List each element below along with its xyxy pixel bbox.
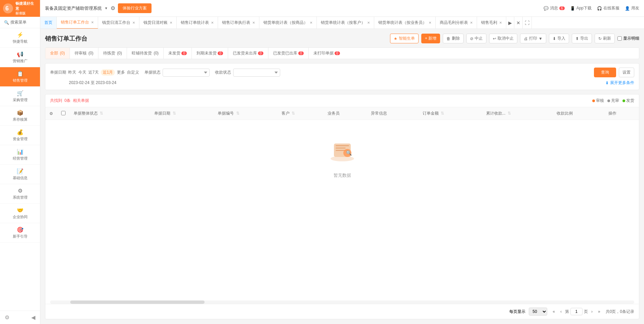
tab-home[interactable]: 首页: [40, 17, 57, 29]
th-operation: 操作: [604, 107, 639, 120]
sidebar-item-marketing[interactable]: 📢 营销推广: [0, 48, 40, 67]
sidebar-item-collab[interactable]: 🤝 企业协同: [0, 204, 40, 223]
tab-nav-more[interactable]: ▶: [506, 17, 514, 29]
tab-close-sales-margin[interactable]: ✕: [499, 21, 502, 25]
smart-create-btn[interactable]: ★ 智能生单: [390, 34, 419, 43]
online-service-btn[interactable]: 🎧 在线客服: [597, 5, 619, 11]
tab-fullscreen[interactable]: ⛶: [523, 17, 532, 29]
sub-tab-pending-audit[interactable]: 待审核 (0): [70, 48, 98, 59]
show-detail-toggle[interactable]: 显示明细: [617, 36, 639, 41]
tab-sales-by-customer[interactable]: 销货单统计表（按客户） ✕: [317, 17, 374, 29]
sub-tab-unshipped[interactable]: 未发货 0: [164, 48, 192, 59]
sort-amount-icon[interactable]: ⇅: [441, 111, 444, 116]
next-page-btn[interactable]: ›: [589, 309, 595, 315]
expand-filter-btn[interactable]: ⬇ 展开更多条件: [605, 80, 634, 86]
cancel-audit-btn[interactable]: 充审: [607, 98, 619, 104]
tab-cash-reconcile[interactable]: 钱货日清对账 ✕: [139, 17, 177, 29]
audit-btn[interactable]: 审核: [592, 98, 604, 104]
sidebar-item-operations[interactable]: 📊 经营管理: [0, 145, 40, 165]
tab-close-cash-daily[interactable]: ✕: [132, 21, 135, 25]
prev-page-btn[interactable]: ‹: [558, 309, 564, 315]
filter-bar: 单据日期 昨天 今天 近7天 近1月 更多 自定义 单据状态: [45, 63, 639, 90]
tab-sales-margin[interactable]: 销售毛利 ✕: [477, 17, 506, 29]
stop-btn[interactable]: ⊘ 中止: [466, 34, 486, 43]
scroll-thumb[interactable]: [70, 300, 205, 304]
tab-sales-stats[interactable]: 销售订单统计表 ✕: [177, 17, 218, 29]
sort-number-icon[interactable]: ⇅: [236, 111, 240, 116]
tab-sales-order-workbench[interactable]: 销售订单工作台 ✕: [57, 17, 98, 29]
sidebar-item-basic-info[interactable]: 📝 基础信息: [0, 165, 40, 184]
sub-tab-shipped-not-out[interactable]: 已发货未出库 0: [228, 48, 268, 59]
last-page-btn[interactable]: »: [596, 309, 602, 315]
show-detail-checkbox[interactable]: [617, 36, 622, 41]
page-header: 销售订单工作台 ★ 智能生单 + 新增 🗑 删除 ⊘ 中止 ↩ 取消中止: [45, 34, 639, 43]
industry-btn[interactable]: 体验行业方案: [118, 3, 152, 13]
sub-tab-pending-pick[interactable]: 待拣货 (0): [98, 48, 127, 59]
sub-tab-shipped-out-badge: 0: [298, 51, 304, 55]
sidebar-item-sales[interactable]: 📋 销售管理: [0, 67, 40, 87]
tab-close-sales-exec[interactable]: ✕: [252, 21, 255, 25]
sub-tab-not-printed[interactable]: 未打印单据 0: [309, 48, 345, 59]
date-today[interactable]: 今天: [78, 70, 86, 75]
first-page-btn[interactable]: «: [551, 309, 557, 315]
tab-sales-by-product[interactable]: 销货单统计表（按商品） ✕: [259, 17, 317, 29]
page-size-select[interactable]: 50 10 20 100: [529, 308, 547, 316]
tab-close-cash-reconcile[interactable]: ✕: [170, 21, 172, 25]
date-1month[interactable]: 近1月: [101, 69, 115, 76]
import-btn[interactable]: ⬇ 导入: [549, 34, 569, 43]
sort-customer-icon[interactable]: ⇅: [292, 111, 295, 116]
scroll-track[interactable]: [50, 300, 634, 304]
gear-icon[interactable]: ⚙: [111, 5, 115, 11]
tab-close-sales-by-staff[interactable]: ✕: [429, 21, 431, 25]
sidebar-item-finance[interactable]: 💰 资金管理: [0, 126, 40, 145]
tab-margin-analysis[interactable]: 商品毛利分析表 ✕: [436, 17, 477, 29]
column-settings-icon[interactable]: ⚙: [49, 111, 53, 116]
sidebar-item-quick-nav[interactable]: ⚡ 快捷导航: [0, 28, 40, 48]
tab-close-margin-analysis[interactable]: ✕: [470, 21, 473, 25]
ship-action-btn[interactable]: 发货: [622, 98, 634, 104]
tab-sales-by-staff[interactable]: 销货单统计表（按业务员） ✕: [374, 17, 436, 29]
cancel-stop-btn[interactable]: ↩ 取消中止: [489, 34, 517, 43]
sidebar-item-search[interactable]: 🔍 搜索菜单: [0, 17, 40, 28]
filter-status-select[interactable]: [163, 69, 210, 77]
date-more[interactable]: 更多: [117, 70, 125, 75]
system-dropdown[interactable]: ▼: [104, 6, 108, 10]
collapse-icon[interactable]: ◀: [31, 314, 35, 321]
delete-btn[interactable]: 🗑 删除: [443, 34, 464, 43]
tab-cash-daily[interactable]: 钱货日清工作台 ✕: [98, 17, 139, 29]
sort-status-icon[interactable]: ⇅: [100, 111, 103, 116]
sidebar-item-guide[interactable]: 🎯 新手引导: [0, 223, 40, 243]
date-yesterday[interactable]: 昨天: [68, 70, 76, 75]
sort-received-icon[interactable]: ⇅: [508, 111, 511, 116]
settings-icon[interactable]: ⚙: [5, 314, 9, 321]
tab-close-sales-by-customer[interactable]: ✕: [367, 21, 370, 25]
sidebar-item-purchase[interactable]: 🛒 采购管理: [0, 87, 40, 106]
tab-close-sales-by-product[interactable]: ✕: [310, 21, 312, 25]
sub-tab-overdue-ship[interactable]: 到期未发货 0: [192, 48, 228, 59]
query-btn[interactable]: 查询: [594, 68, 616, 77]
sidebar-item-system[interactable]: ⚙ 系统管理: [0, 184, 40, 204]
message-btn[interactable]: 💬 消息 6: [544, 5, 565, 11]
sub-tab-shipped-out[interactable]: 已发货已出库 0: [268, 48, 309, 59]
user-menu[interactable]: 👤 用友: [625, 5, 639, 11]
sort-date-icon[interactable]: ⇅: [173, 111, 176, 116]
sidebar-item-inventory[interactable]: 📦 库存核算: [0, 106, 40, 126]
print-btn[interactable]: 🖨 打印 ▼: [520, 34, 546, 43]
table-scroll-area[interactable]: ⚙ 单据整体状态 ⇅ 单据日期 ⇅: [45, 107, 639, 300]
sub-tab-all[interactable]: 全部 (0): [45, 48, 70, 59]
settings-filter-btn[interactable]: 设置: [619, 68, 634, 77]
add-btn[interactable]: + 新增: [421, 34, 440, 43]
page-input[interactable]: [570, 308, 583, 315]
date-custom[interactable]: 自定义: [127, 70, 139, 75]
date-7days[interactable]: 近7天: [88, 70, 99, 75]
select-all-checkbox[interactable]: [61, 111, 66, 115]
tab-sales-exec[interactable]: 销售订单执行表 ✕: [218, 17, 259, 29]
tab-close-sales-stats[interactable]: ✕: [211, 21, 214, 25]
refresh-btn[interactable]: ↻ 刷新: [595, 34, 615, 43]
app-download-btn[interactable]: 📱 App下载: [570, 5, 592, 11]
tab-close-sales-order[interactable]: ✕: [91, 21, 94, 24]
tab-close-all[interactable]: ✕: [514, 17, 523, 29]
sub-tab-wangpu-ship[interactable]: 旺铺待发货 (0): [127, 48, 164, 59]
filter-payment-select[interactable]: [233, 69, 280, 77]
export-btn[interactable]: ⬆ 导出: [572, 34, 592, 43]
